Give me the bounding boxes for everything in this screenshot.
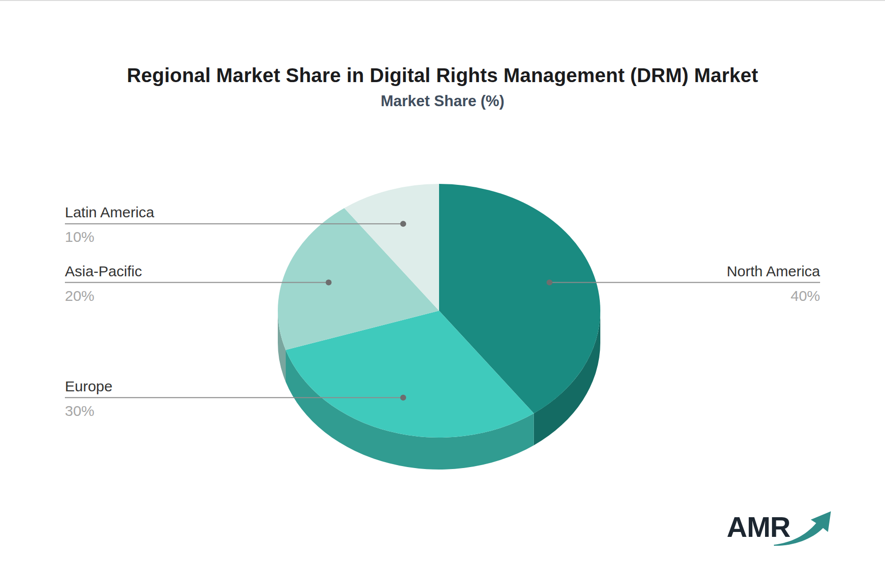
leader-dot xyxy=(325,280,331,286)
region-value: 30% xyxy=(65,402,113,420)
region-label: Asia-Pacific xyxy=(65,262,142,281)
leader-dot xyxy=(547,280,553,286)
chart-canvas: Regional Market Share in Digital Rights … xyxy=(0,0,885,588)
amr-logo: AMR xyxy=(723,505,836,550)
trend-up-arrow-icon xyxy=(760,505,834,548)
callout-asia-pacific: Asia-Pacific 20% xyxy=(65,262,142,305)
region-label: Latin America xyxy=(65,203,154,222)
callout-north-america: North America 40% xyxy=(727,262,820,305)
region-value: 40% xyxy=(727,287,820,305)
leader-dot xyxy=(400,395,406,401)
region-label: North America xyxy=(727,262,820,281)
callout-latin-america: Latin America 10% xyxy=(65,203,154,246)
callout-europe: Europe 30% xyxy=(65,377,113,420)
region-value: 10% xyxy=(65,228,154,246)
leader-dot xyxy=(400,221,406,227)
region-value: 20% xyxy=(65,287,142,305)
region-label: Europe xyxy=(65,377,113,396)
